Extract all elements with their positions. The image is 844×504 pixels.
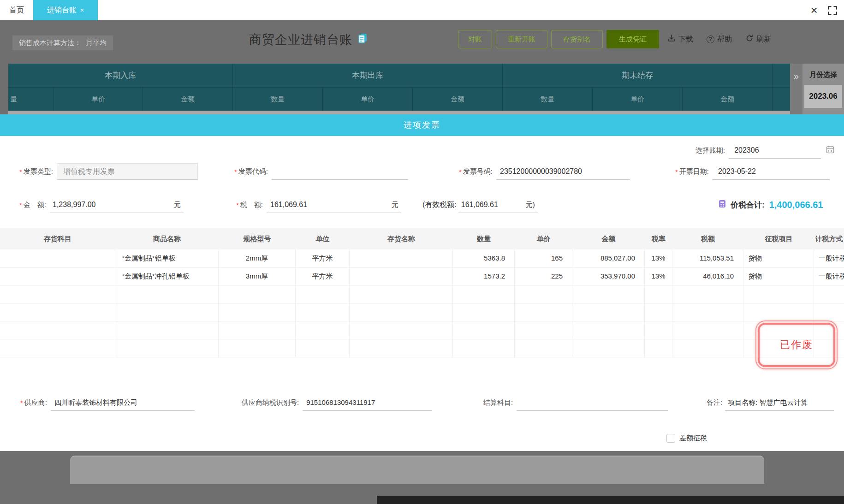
invoice-type-input[interactable]: 增值税专用发票 <box>57 163 198 180</box>
help-label: 帮助 <box>717 35 732 44</box>
total-label: 价税合计: <box>731 200 765 210</box>
generate-voucher-button[interactable]: 生成凭证 <box>606 30 659 48</box>
group-current-inbound: 本期入库 <box>8 64 233 88</box>
table-row[interactable]: *金属制品*铝单板 2mm厚 平方米 5363.8 165 885,027.00… <box>0 249 844 267</box>
supplier-tax-id-input[interactable]: 915106813094311917 <box>303 394 432 411</box>
tab-close-icon[interactable]: × <box>80 6 84 14</box>
amount-input[interactable]: 1,238,997.00 元 <box>50 196 184 213</box>
help-icon: ? <box>707 36 714 43</box>
cell-amount: 885,027.00 <box>572 249 645 267</box>
invoice-code-input[interactable] <box>272 163 408 180</box>
calendar-icon[interactable] <box>821 145 835 156</box>
cell-tax-rate: 13% <box>645 267 672 285</box>
supplier-label: 供应商: <box>24 398 47 407</box>
voided-stamp-text: 已作废 <box>780 338 813 352</box>
refresh-button[interactable]: 刷新 <box>745 33 771 45</box>
voided-stamp: 已作废 <box>758 323 835 367</box>
month-panel: 月份选择 2023.06 <box>802 64 844 114</box>
effective-tax-field: (有效税额: 161,069.61 元) <box>422 196 538 214</box>
header-tax-rate: 税率 <box>645 228 672 249</box>
header-tax-method: 计税方式 <box>814 228 844 249</box>
invoice-type-label: 发票类型: <box>24 167 53 176</box>
cell-tax-method: 一般计税 <box>814 249 844 267</box>
group-current-outbound: 本期出库 <box>233 64 503 88</box>
remark-label: 备注: <box>707 398 722 407</box>
document-icon[interactable] <box>357 32 369 47</box>
calculator-icon <box>718 199 727 210</box>
required-mark: * <box>20 399 23 407</box>
tab-home[interactable]: 首页 <box>0 0 33 20</box>
invoice-type-field: * 发票类型: 增值税专用发票 <box>19 162 198 181</box>
settlement-account-label: 结算科目: <box>483 398 513 407</box>
close-icon[interactable]: × <box>806 3 822 18</box>
reconcile-button[interactable]: 对账 <box>458 30 492 48</box>
cell-tax-method: 一般计税 <box>814 267 844 285</box>
remark-input[interactable]: 项目名称: 智慧广电云计算 <box>725 394 834 411</box>
invoice-date-field: * 开票日期: 2023-05-22 <box>675 162 830 181</box>
header-quantity: 数量 <box>453 228 515 249</box>
period-label: 选择账期: <box>695 146 725 155</box>
required-mark: * <box>19 168 22 176</box>
ledger-col-price: 单价 <box>54 88 143 111</box>
header-spec: 规格型号 <box>219 228 296 249</box>
expand-chevron-icon[interactable]: » <box>790 64 802 114</box>
invoice-number-input[interactable]: 23512000000039002780 <box>496 163 630 180</box>
amount-unit: 元 <box>174 196 181 213</box>
total-field: 价税合计: 1,400,066.61 <box>718 196 823 214</box>
effective-tax-label: (有效税额: <box>422 200 457 210</box>
reopen-books-button[interactable]: 重新开账 <box>496 30 547 48</box>
period-field: 选择账期: 202306 <box>695 141 835 160</box>
download-icon <box>667 34 676 44</box>
required-mark: * <box>459 168 462 176</box>
cell-unit: 平方米 <box>296 267 350 285</box>
ledger-col-pad <box>773 88 790 111</box>
cell-tax-rate: 13% <box>645 249 672 267</box>
invoice-date-label: 开票日期: <box>679 167 709 176</box>
fullscreen-icon[interactable] <box>827 6 838 16</box>
effective-tax-value: 161,069.61 <box>461 196 498 213</box>
required-mark: * <box>236 201 239 209</box>
table-row-empty[interactable] <box>0 303 844 321</box>
required-mark: * <box>675 168 678 176</box>
supplier-tax-id-field: 供应商纳税识别号: 915106813094311917 <box>242 393 432 412</box>
cell-product-name: *金属制品*冲孔铝单板 <box>115 267 219 285</box>
diff-tax-checkbox[interactable] <box>666 434 675 443</box>
amount-field: * 金 额: 1,238,997.00 元 <box>19 196 184 214</box>
month-value[interactable]: 2023.06 <box>804 85 842 108</box>
app-screen: 首页 进销台账× × 销售成本计算方法： 月平均 商贸企业进销台账 对账 重新开… <box>0 0 844 504</box>
ledger-col-amount: 金额 <box>683 88 773 111</box>
settlement-account-input[interactable] <box>517 394 668 411</box>
invoice-items-table: 存货科目 商品名称 规格型号 单位 存货名称 数量 单价 金额 税率 税额 征税… <box>0 228 844 357</box>
download-button[interactable]: 下载 <box>667 33 693 45</box>
tax-input[interactable]: 161,069.61 元 <box>267 196 401 213</box>
remark-field: 备注: 项目名称: 智慧广电云计算 <box>707 393 834 412</box>
ledger-col-qty: 数量 <box>233 88 323 111</box>
cell-tax-amount: 46,016.10 <box>672 267 743 285</box>
background-dark-strip <box>377 496 844 504</box>
table-row-empty[interactable] <box>0 285 844 303</box>
supplier-tax-id-label: 供应商纳税识别号: <box>242 398 299 407</box>
table-row-empty[interactable] <box>0 321 844 339</box>
cost-method-value[interactable]: 月平均 <box>86 36 107 50</box>
tax-field: * 税 额: 161,069.61 元 <box>236 196 401 214</box>
month-panel-title: 月份选择 <box>802 64 844 84</box>
cost-method-box: 销售成本计算方法： 月平均 <box>12 36 113 50</box>
table-row[interactable]: *金属制品*冲孔铝单板 3mm厚 平方米 1573.2 225 353,970.… <box>0 267 844 285</box>
header-inventory-account: 存货科目 <box>0 228 115 249</box>
cell-tax-item: 货物 <box>743 249 814 267</box>
tab-ledger[interactable]: 进销台账× <box>33 0 98 20</box>
background-panel <box>70 456 764 484</box>
ledger-col-price: 单价 <box>323 88 413 111</box>
table-row-empty[interactable] <box>0 339 844 357</box>
amount-value: 1,238,997.00 <box>53 196 95 213</box>
supplier-input[interactable]: 四川昕泰装饰材料有限公司 <box>51 394 195 411</box>
cost-method-label: 销售成本计算方法： <box>19 36 81 50</box>
required-mark: * <box>234 168 237 176</box>
period-input[interactable]: 202306 <box>729 142 821 159</box>
input-invoice-dialog: 进项发票 选择账期: 202306 * 发票类型: 增值税专用发票 * 发票代码… <box>0 114 844 451</box>
help-button[interactable]: ? 帮助 <box>707 33 732 45</box>
invoice-date-input[interactable]: 2023-05-22 <box>713 163 830 180</box>
diff-tax-label: 差额征税 <box>679 434 707 443</box>
inventory-alias-button[interactable]: 存货别名 <box>551 30 603 48</box>
effective-tax-input[interactable]: 161,069.61 元) <box>458 196 538 213</box>
